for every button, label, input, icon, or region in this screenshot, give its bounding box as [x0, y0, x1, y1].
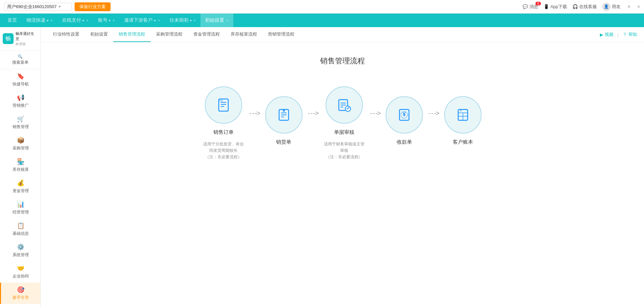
sub-tab-initial[interactable]: 初始设置 — [85, 27, 113, 42]
newbie-guide-label: 新手引导 — [13, 295, 29, 301]
headset-icon: 🎧 — [572, 4, 578, 9]
user-item[interactable]: 👤 用友 — [602, 3, 621, 11]
process-circle-receipt[interactable]: ¥ — [386, 96, 423, 134]
video-help-item[interactable]: ▶ 视频 — [600, 32, 613, 38]
newbie-guide-icon: 🎯 — [17, 286, 24, 293]
tab-invite-label: 邀请下游客户 — [124, 17, 153, 23]
sidebar-item-quick-nav[interactable]: 🔖 快捷导航 — [0, 69, 40, 90]
sub-tab-inventory-flow[interactable]: 库存核算流程 — [225, 27, 262, 42]
tab-period-init-close[interactable]: × — [194, 18, 196, 22]
tab-logistics[interactable]: 物流快递 ▾ × — [22, 14, 57, 27]
basic-info-label: 基础信息 — [13, 231, 29, 237]
svg-text:¥: ¥ — [460, 109, 462, 112]
logo-sub-text: 标准版 — [16, 42, 38, 46]
top-bar-right: 💬 消息 6 📱 App下载 🎧 在线客服 👤 用友 × ≡ — [523, 3, 640, 11]
help-icon: ？ — [623, 32, 627, 38]
trial-btn[interactable]: 体验行业方案 — [75, 2, 111, 11]
purchase-label: 采购管理 — [13, 145, 29, 151]
sales-order-desc: 适用于分批发货、有合同发货周期较长（注：非必要流程） — [203, 141, 244, 161]
sidebar-item-purchase[interactable]: 📦 采购管理 — [0, 133, 40, 155]
search-label: 搜索菜单 — [12, 60, 28, 65]
sales-label: 销售管理 — [13, 124, 29, 130]
sub-tab-sales-flow-label: 销售管理流程 — [119, 32, 145, 37]
system-label: 系统管理 — [13, 252, 29, 258]
tab-payment-label: 在线支付 — [62, 17, 81, 23]
sidebar-item-enterprise-collab[interactable]: 🤝 企业协同 — [0, 261, 40, 283]
process-circle-invoice[interactable] — [265, 96, 303, 134]
arrow-1: - - -> — [249, 109, 260, 138]
logo-icon: 畅 — [3, 33, 14, 44]
sub-tabs-right: ▶ 视频 | ？ 帮助 — [600, 32, 637, 38]
inventory-label: 库存核算 — [13, 167, 29, 172]
tab-period-init-label: 往来期初 — [170, 17, 189, 23]
tab-initial-setup[interactable]: 初始设置 × — [200, 14, 233, 27]
collapse-icon[interactable]: ≡ — [637, 4, 640, 9]
tab-account-close[interactable]: × — [113, 18, 115, 22]
sidebar-item-system[interactable]: ⚙️ 系统管理 — [0, 240, 40, 261]
tab-payment[interactable]: 在线支付 ▾ × — [57, 14, 93, 27]
marketing-label: 营销推广 — [13, 103, 29, 108]
sidebar-item-operations[interactable]: 📊 经营管理 — [0, 197, 40, 219]
tab-invite[interactable]: 邀请下游客户 ▾ × — [119, 14, 164, 27]
sidebar-item-newbie-guide[interactable]: 🎯 新手引导 — [0, 283, 40, 304]
sidebar-item-marketing[interactable]: 📢 营销推广 — [0, 90, 40, 112]
tab-initial-setup-close[interactable]: × — [226, 18, 228, 22]
process-circle-ledger[interactable]: ¥ — [444, 96, 482, 134]
sidebar-item-basic-info[interactable]: 📋 基础信息 — [0, 219, 40, 240]
avatar: 👤 — [602, 3, 610, 11]
receipt-name: 收款单 — [397, 139, 412, 145]
sub-tab-sales-flow[interactable]: 销售管理流程 — [113, 27, 151, 42]
main-layout: 畅 畅库通好生意 标准版 🔍 搜索菜单 🔖 快捷导航 📢 营销推广 🛒 销售管理… — [0, 27, 644, 307]
sidebar-item-sales[interactable]: 🛒 销售管理 — [0, 112, 40, 133]
tab-home[interactable]: 首页 — [3, 14, 22, 27]
tab-period-init-caret: ▾ — [190, 19, 192, 22]
online-service-item[interactable]: 🎧 在线客服 — [572, 4, 597, 10]
app-icon: 📱 — [544, 4, 549, 9]
sidebar-item-finance[interactable]: 💰 资金管理 — [0, 176, 40, 197]
sales-icon: 🛒 — [17, 115, 24, 123]
sub-tab-finance-flow[interactable]: 资金管理流程 — [188, 27, 225, 42]
message-icon: 💬 — [523, 4, 528, 9]
messages-badge: 6 — [535, 2, 541, 5]
top-bar: 用户690企业1660120507 ▼ 体验行业方案 💬 消息 6 📱 App下… — [0, 0, 644, 14]
sidebar-search[interactable]: 🔍 搜索菜单 — [0, 51, 40, 69]
tab-account[interactable]: 账号 ▾ × — [93, 14, 119, 27]
svg-point-9 — [283, 110, 285, 111]
sub-tab-purchase-flow[interactable]: 采购管理流程 — [151, 27, 188, 42]
messages-icon-item[interactable]: 💬 消息 6 — [523, 4, 538, 10]
topbar-close-btn[interactable]: × — [626, 4, 632, 10]
tab-logistics-close[interactable]: × — [51, 18, 53, 22]
tab-payment-close[interactable]: × — [86, 18, 88, 22]
tab-account-caret: ▾ — [109, 19, 111, 22]
video-icon: ▶ — [600, 32, 603, 37]
sub-tab-marketing-flow[interactable]: 营销管理流程 — [262, 27, 300, 42]
ledger-name: 客户账本 — [453, 139, 473, 145]
process-flow: 销售订单 适用于分批发货、有合同发货周期较长（注：非必要流程） - - -> — [203, 86, 482, 161]
app-label: App下载 — [550, 4, 567, 10]
sidebar-item-inventory[interactable]: 🏪 库存核算 — [0, 155, 40, 176]
sidebar-item-app-center[interactable]: 📱 应用中心 — [0, 304, 40, 307]
tab-invite-close[interactable]: × — [158, 18, 160, 22]
sub-tab-industry-label: 行业特性设置 — [53, 32, 79, 37]
svg-rect-4 — [219, 100, 223, 102]
sub-tab-industry[interactable]: 行业特性设置 — [47, 27, 85, 42]
finance-icon: 💰 — [17, 179, 24, 187]
marketing-icon: 📢 — [17, 94, 24, 101]
online-service-label: 在线客服 — [579, 4, 597, 10]
operations-label: 经营管理 — [13, 209, 29, 215]
tab-logistics-caret: ▾ — [47, 19, 48, 22]
help-item[interactable]: ？ 帮助 — [623, 32, 637, 38]
process-circle-audit[interactable] — [326, 86, 363, 124]
video-label: 视频 — [605, 32, 613, 38]
process-step-ledger: ¥ 客户账本 — [444, 96, 482, 151]
process-circle-sales-order[interactable] — [205, 86, 242, 124]
app-download-item[interactable]: 📱 App下载 — [544, 4, 567, 10]
user-selector[interactable]: 用户690企业1660120507 ▼ — [4, 3, 72, 11]
help-label: 帮助 — [628, 32, 637, 38]
audit-desc: 适用于财务审核或主管审核（注：非必要流程） — [324, 141, 365, 161]
enterprise-collab-icon: 🤝 — [17, 265, 24, 272]
sub-tab-inventory-flow-label: 库存核算流程 — [231, 32, 257, 37]
tab-period-init[interactable]: 往来期初 ▾ × — [165, 14, 200, 27]
sub-tabs-left: 行业特性设置 初始设置 销售管理流程 采购管理流程 资金管理流程 库存核算流程 — [47, 27, 300, 42]
operations-icon: 📊 — [17, 201, 24, 208]
